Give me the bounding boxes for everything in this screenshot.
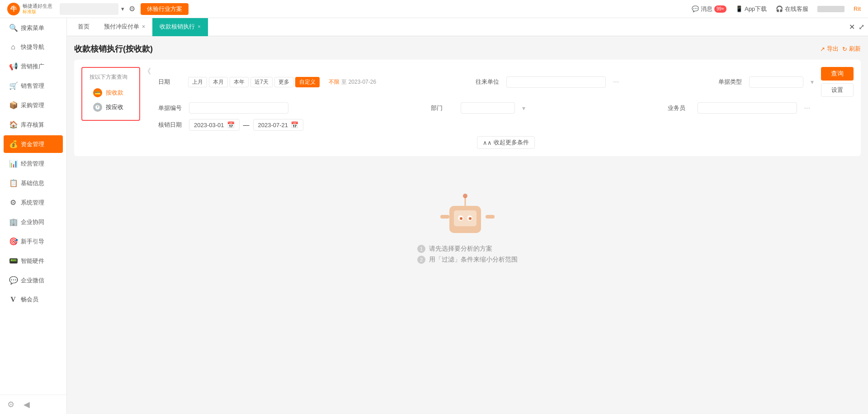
sidebar-item-vip[interactable]: V 畅会员 xyxy=(0,290,66,309)
online-service-btn[interactable]: 🎧 在线客服 xyxy=(776,5,808,13)
collapse-more-btn[interactable]: ∧∧ 收起更多条件 xyxy=(477,136,535,149)
user-name[interactable]: Rit xyxy=(854,5,861,12)
settings-icon[interactable]: ⚙ xyxy=(7,400,14,409)
basic-info-icon: 📋 xyxy=(9,179,17,187)
sidebar-item-inventory[interactable]: 🏠 库存核算 xyxy=(0,115,66,134)
doc-no-input[interactable] xyxy=(189,102,288,114)
date-label: 日期 xyxy=(158,78,181,86)
sidebar-item-guide[interactable]: 🎯 新手引导 xyxy=(0,232,66,251)
app-download-btn[interactable]: 📱 App下载 xyxy=(736,5,767,13)
tab-bar-expand-icon[interactable]: ⤢ xyxy=(859,23,864,31)
query-button[interactable]: 查询 xyxy=(821,67,854,81)
filter-row-3: 核销日期 2023-03-01 📅 — 2023-07-21 📅 xyxy=(158,119,854,131)
chevron-up-icon: ∧∧ xyxy=(483,139,492,146)
date-7days-btn[interactable]: 近7天 xyxy=(250,77,273,87)
date-range-separator: — xyxy=(243,121,250,128)
tab-prepay-offset[interactable]: 预付冲应付单 × xyxy=(97,18,152,36)
dept-select[interactable] xyxy=(461,102,515,114)
partner-dots-icon[interactable]: ··· xyxy=(613,78,619,86)
date-last-month-btn[interactable]: 上月 xyxy=(188,77,207,87)
filter-row-2: 单据编号 部门 ▾ 业务员 ··· xyxy=(158,102,854,114)
doc-type-select[interactable] xyxy=(749,76,803,88)
search-blurred xyxy=(60,3,118,15)
date-to-label: 至 xyxy=(341,78,347,86)
date-no-limit: 不限 xyxy=(329,78,340,86)
export-button[interactable]: ↗ 导出 xyxy=(820,45,839,53)
collapse-more-row: ∧∧ 收起更多条件 xyxy=(158,136,854,149)
sidebar-item-system[interactable]: ⚙ 系统管理 xyxy=(0,193,66,212)
svg-rect-6 xyxy=(440,215,449,219)
verify-date-label: 核销日期 xyxy=(158,121,182,129)
setting-button[interactable]: 设置 xyxy=(821,83,854,97)
tab-home[interactable]: 首页 xyxy=(71,18,97,36)
industry-btn[interactable]: 休验行业方案 xyxy=(141,3,189,15)
date-options: 上月 本月 本年 近7天 更多 自定义 xyxy=(188,77,320,87)
sidebar-item-marketing[interactable]: 📢 营销推广 xyxy=(0,57,66,76)
sidebar-item-operations[interactable]: 📊 经营管理 xyxy=(0,154,66,173)
message-btn[interactable]: 💬 消息 99+ xyxy=(692,5,726,13)
gear-icon[interactable]: ⚙ xyxy=(129,5,135,13)
enterprise-collab-icon: 🏢 xyxy=(9,218,17,226)
tab-bar: 首页 预付冲应付单 × 收款核销执行 × ✕ ⤢ xyxy=(67,18,868,36)
verify-date-start-picker[interactable]: 2023-03-01 📅 xyxy=(189,119,240,131)
collapse-query-panel-btn[interactable]: 《 xyxy=(144,67,151,76)
date-picker-row: 2023-03-01 📅 — 2023-07-21 📅 xyxy=(189,119,303,131)
empty-text: 1 请先选择要分析的方案 2 用「过滤」条件来缩小分析范围 xyxy=(417,245,518,264)
svg-point-5 xyxy=(469,217,472,220)
filter-area: 按以下方案查询 💳 按收款 🕐 按应收 《 xyxy=(74,60,861,156)
phone-icon: 📱 xyxy=(736,5,743,12)
top-bar-right: 💬 消息 99+ 📱 App下载 🎧 在线客服 Rit xyxy=(692,5,861,13)
refresh-button[interactable]: ↻ 刷新 xyxy=(842,45,861,53)
query-option-by-receivable[interactable]: 🕐 按应收 xyxy=(90,100,132,114)
logo: 牛 畅捷通好生意 标准版 xyxy=(7,3,52,15)
svg-rect-1 xyxy=(454,210,476,226)
sidebar-bottom: ⚙ ◀ xyxy=(0,395,66,414)
query-option-by-receipt[interactable]: 💳 按收款 xyxy=(90,86,132,100)
sidebar-item-funds[interactable]: 💰 资金管理 xyxy=(4,135,63,153)
empty-state: 1 请先选择要分析的方案 2 用「过滤」条件来缩小分析范围 xyxy=(74,192,861,264)
doc-type-chevron-icon: ▾ xyxy=(811,78,814,86)
empty-text-item-1: 1 请先选择要分析的方案 xyxy=(417,245,518,253)
dropdown-icon[interactable]: ▾ xyxy=(121,5,124,12)
search-menu-icon: 🔍 xyxy=(9,24,17,32)
sales-rep-label: 业务员 xyxy=(668,104,690,112)
sales-rep-input[interactable] xyxy=(698,102,797,114)
vip-icon: V xyxy=(9,295,17,304)
sidebar-item-enterprise-collab[interactable]: 🏢 企业协同 xyxy=(0,212,66,232)
enterprise-wechat-icon: 💬 xyxy=(9,276,17,285)
quick-nav-icon: ⌂ xyxy=(9,43,17,51)
receipt-option-icon: 💳 xyxy=(93,88,102,97)
tab-prepay-close[interactable]: × xyxy=(142,24,145,30)
app-name: 畅捷通好生意 标准版 xyxy=(23,3,52,14)
verify-date-end-picker[interactable]: 2023-07-21 📅 xyxy=(253,119,304,131)
sidebar-item-basic-info[interactable]: 📋 基础信息 xyxy=(0,173,66,193)
sidebar-item-enterprise-wechat[interactable]: 💬 企业微信 xyxy=(0,271,66,290)
receivable-option-icon: 🕐 xyxy=(93,103,102,112)
date-more-btn[interactable]: 更多 xyxy=(274,77,293,87)
page-title: 收款核销执行(按收款) xyxy=(74,43,153,54)
system-icon: ⚙ xyxy=(9,198,17,207)
user-name-blurred xyxy=(817,6,844,12)
page-header: 收款核销执行(按收款) ↗ 导出 ↻ 刷新 xyxy=(74,43,861,54)
empty-svg xyxy=(440,192,495,238)
date-custom-btn[interactable]: 自定义 xyxy=(295,77,320,87)
partner-input[interactable] xyxy=(506,76,606,88)
calendar-start-icon: 📅 xyxy=(227,121,235,128)
main-content: 首页 预付冲应付单 × 收款核销执行 × ✕ ⤢ 收款核销执行(按收款) xyxy=(67,18,868,414)
tab-receipt-offset[interactable]: 收款核销执行 × xyxy=(152,18,208,36)
date-this-month-btn[interactable]: 本月 xyxy=(209,77,228,87)
dept-chevron-icon: ▾ xyxy=(522,105,525,112)
collapse-sidebar-icon[interactable]: ◀ xyxy=(24,400,30,409)
filter-form: 日期 上月 本月 本年 近7天 更多 自定义 不限 至 2023-07 xyxy=(158,67,854,149)
tab-bar-close-icon[interactable]: ✕ xyxy=(849,23,855,31)
sidebar-item-search-menu[interactable]: 🔍 搜索菜单 xyxy=(0,18,66,38)
date-this-year-btn[interactable]: 本年 xyxy=(230,77,249,87)
sales-rep-dots-icon[interactable]: ··· xyxy=(804,104,810,112)
sidebar-item-smart-hardware[interactable]: 📟 智能硬件 xyxy=(0,251,66,271)
main-layout: 🔍 搜索菜单 ⌂ 快捷导航 📢 营销推广 🛒 销售管理 📦 采购管理 🏠 库存核… xyxy=(0,18,868,414)
headset-icon: 🎧 xyxy=(776,5,783,12)
tab-receipt-close[interactable]: × xyxy=(198,24,201,30)
sidebar-item-quick-nav[interactable]: ⌂ 快捷导航 xyxy=(0,38,66,57)
sidebar-item-sales[interactable]: 🛒 销售管理 xyxy=(0,76,66,95)
sidebar-item-purchase[interactable]: 📦 采购管理 xyxy=(0,95,66,115)
